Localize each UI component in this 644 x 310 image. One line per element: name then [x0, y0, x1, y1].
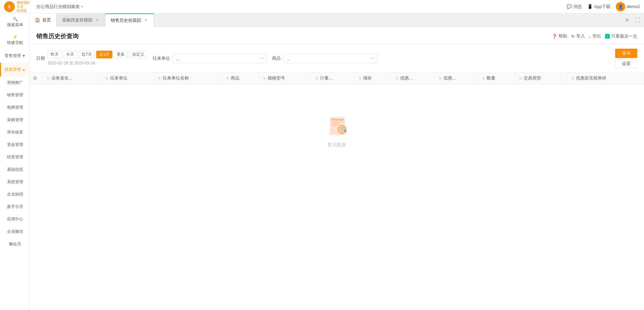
last7-btn[interactable]: 近7天	[78, 51, 95, 58]
close-sales-tab-button[interactable]: ✕	[143, 18, 148, 23]
th-partner-name[interactable]: ⇅ 往来单位名称	[154, 72, 222, 84]
custom-btn[interactable]: 自定义	[129, 51, 147, 58]
sidebar-item-retail[interactable]: 零售管理 ▼	[0, 49, 29, 63]
page-header-actions: ❓ 帮助 ↻ 导入 ↓ 导出 ✓ 只看最后一次	[552, 33, 638, 43]
yesterday-btn[interactable]: 昨天	[48, 51, 62, 58]
th-quantity[interactable]: ⇅ 数量	[479, 72, 516, 84]
sidebar-item-finance[interactable]: 资金管理	[0, 139, 29, 151]
page-content: 销售历史价查询 ❓ 帮助 ↻ 导入 ↓ 导出 ✓	[30, 27, 644, 310]
svg-text:🔍: 🔍	[341, 127, 347, 133]
sidebar-item-ecommerce[interactable]: 电商管理	[0, 101, 29, 114]
checkbox-checked-icon: ✓	[605, 34, 610, 39]
th-spec[interactable]: ⇅ 规格型号	[259, 72, 312, 84]
partner-input[interactable]	[173, 54, 267, 63]
filter-actions: 查询 设置	[615, 49, 637, 68]
sidebar-item-system[interactable]: 系统管理	[0, 176, 29, 188]
logo-area: 6 畅捷通好生意 标准版	[4, 1, 31, 13]
sort-icon: ⇅	[359, 76, 361, 80]
sidebar-item-enterprise[interactable]: 企业协同	[0, 188, 29, 201]
app-download-button[interactable]: 📱 App下载	[587, 4, 610, 10]
sidebar-item-marketing[interactable]: 营销推广	[0, 76, 29, 89]
sidebar-item-basic[interactable]: 基础信息	[0, 163, 29, 176]
product-filter-group: 商品 ···	[272, 54, 377, 63]
logo-icon: 6	[4, 1, 15, 12]
svg-rect-3	[331, 122, 341, 123]
close-purchase-tab-button[interactable]: ✕	[95, 17, 100, 22]
import-button[interactable]: ↻ 导入	[571, 33, 585, 39]
user-menu[interactable]: 👤 demo2	[616, 2, 640, 11]
logo-text: 畅捷通好生意 标准版	[17, 1, 31, 13]
th-pretax-price[interactable]: ⇅ 优惠前无税单价	[568, 72, 644, 84]
quick-nav-icon: ⚡	[13, 35, 18, 39]
header-left: 6 畅捷通好生意 标准版 办公用品行业模拟账套 ▾	[4, 1, 86, 13]
sidebar-item-guide[interactable]: 新手引导	[0, 201, 29, 213]
query-button[interactable]: 查询	[615, 49, 637, 58]
home-icon: 🏠	[35, 17, 40, 22]
settings-button[interactable]: 设置	[615, 59, 637, 68]
sidebar-item-member[interactable]: 畅会员	[0, 238, 29, 250]
product-input[interactable]	[283, 54, 377, 63]
th-discount2[interactable]: ⇅ 优惠...	[435, 72, 479, 84]
tab-purchase-history[interactable]: 采购历史价跟踪 ✕	[57, 13, 105, 27]
empty-text: 暂无数据	[327, 142, 346, 148]
page-title: 销售历史价查询	[36, 32, 78, 44]
content-area: 🏠 首页 采购历史价跟踪 ✕ 销售历史价跟踪 ✕ ✕ ⛶ 销售历史价查询	[30, 13, 644, 310]
date-filter-group: 日期 昨天 今天 近7天 近1月 更多 自定义 2023-02-18 至 202…	[36, 51, 147, 66]
product-input-wrapper: ···	[283, 54, 377, 63]
empty-state: 🔍 暂无数据	[30, 84, 644, 175]
today-btn[interactable]: 今天	[63, 51, 77, 58]
sidebar-item-quick-nav[interactable]: ⚡ 快捷导航	[0, 31, 29, 49]
table-area: ⚙ ⇅ 业务发生... ⇅ 往来单	[30, 72, 644, 310]
tab-sales-history[interactable]: 销售历史价跟踪 ✕	[105, 13, 154, 27]
tab-home[interactable]: 🏠 首页	[30, 13, 57, 27]
import-icon: ↻	[571, 34, 575, 39]
avatar: 👤	[616, 2, 625, 11]
th-product[interactable]: ⇅ 商品	[223, 72, 260, 84]
sidebar-item-inventory[interactable]: 库存核算	[0, 126, 29, 139]
empty-state-icon: 🔍	[323, 111, 350, 138]
sort-icon: ⇅	[158, 76, 161, 80]
close-all-tabs-button[interactable]: ✕	[624, 15, 631, 24]
svg-rect-4	[331, 124, 339, 125]
sort-icon: ⇅	[571, 76, 574, 80]
sort-icon: ⇅	[519, 76, 522, 80]
sort-icon: ⇅	[47, 76, 49, 80]
sidebar-item-sales[interactable]: 销售管理	[0, 89, 29, 101]
app-selector[interactable]: 办公用品行业模拟账套 ▾	[34, 2, 86, 11]
chevron-down-icon: ▾	[81, 5, 83, 8]
sidebar-item-wholesale[interactable]: 批发管理 ▲	[0, 63, 29, 76]
gear-icon[interactable]: ⚙	[33, 75, 37, 81]
th-discount1[interactable]: ⇅ 优惠...	[392, 72, 435, 84]
partner-filter-label: 往来单位	[153, 55, 170, 61]
sidebar-item-purchase[interactable]: 采购管理	[0, 114, 29, 126]
th-biz-date[interactable]: ⇅ 业务发生...	[43, 72, 102, 84]
data-table: ⚙ ⇅ 业务发生... ⇅ 往来单	[30, 72, 644, 84]
download-icon: 📱	[587, 4, 593, 9]
sidebar-item-apps[interactable]: 应用中心	[0, 213, 29, 225]
maximize-button[interactable]: ⛶	[633, 16, 641, 24]
message-button[interactable]: 💬 消息	[567, 4, 582, 10]
sidebar-item-search-menu[interactable]: 🔍 搜索菜单	[0, 13, 29, 31]
last-only-checkbox[interactable]: ✓ 只看最后一次	[605, 33, 637, 39]
filter-area: 日期 昨天 今天 近7天 近1月 更多 自定义 2023-02-18 至 202…	[30, 45, 644, 72]
th-trade-type[interactable]: ⇅ 交易类型	[515, 72, 568, 84]
main-layout: 🔍 搜索菜单 ⚡ 快捷导航 零售管理 ▼ 批发管理 ▲ 营销推广 销售管理 电商…	[0, 13, 644, 310]
sort-icon: ⇅	[263, 76, 266, 80]
sidebar: 🔍 搜索菜单 ⚡ 快捷导航 零售管理 ▼ 批发管理 ▲ 营销推广 销售管理 电商…	[0, 13, 30, 310]
product-input-dots-icon[interactable]: ···	[370, 55, 375, 61]
last1m-btn[interactable]: 近1月	[96, 51, 113, 58]
more-btn[interactable]: 更多	[114, 51, 128, 58]
svg-rect-2	[331, 119, 343, 120]
help-button[interactable]: ❓ 帮助	[552, 33, 567, 39]
sidebar-item-wechat[interactable]: 企业微信	[0, 225, 29, 238]
app-title: 办公用品行业模拟账套	[36, 4, 80, 10]
th-partner-code[interactable]: ⇅ 往来单位	[102, 72, 154, 84]
export-button[interactable]: ↓ 导出	[589, 33, 601, 39]
sidebar-item-operations[interactable]: 经营管理	[0, 151, 29, 163]
th-unit[interactable]: ⇅ 计量...	[312, 72, 355, 84]
partner-input-dots-icon[interactable]: ···	[260, 55, 264, 61]
header-right: 💬 消息 📱 App下载 👤 demo2	[567, 2, 640, 11]
date-filter-label: 日期	[36, 55, 45, 61]
search-icon: 🔍	[13, 17, 18, 21]
th-price[interactable]: ⇅ 报价	[355, 72, 392, 84]
